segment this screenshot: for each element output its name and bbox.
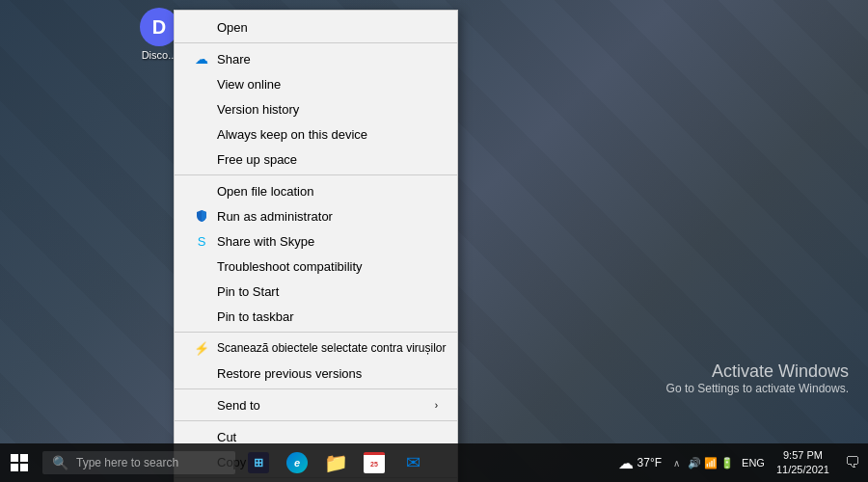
skype-icon: S: [194, 233, 209, 249]
taskbar-icon-mail[interactable]: ✉: [395, 445, 430, 480]
always-keep-icon: [194, 126, 209, 142]
menu-item-pin-start[interactable]: Pin to Start: [175, 279, 457, 304]
tray-time: 9:57 PM: [776, 448, 829, 463]
troubleshoot-icon: [194, 258, 209, 274]
activate-windows-title: Activate Windows: [666, 362, 849, 382]
file-location-icon: [194, 183, 209, 199]
vm-icon: ⊞: [248, 452, 269, 473]
taskbar-search-text: Type here to search: [76, 456, 178, 469]
volume-icon: 📶: [704, 457, 718, 469]
cloud-icon: ☁: [194, 51, 209, 67]
menu-item-always-keep[interactable]: Always keep on this device: [175, 121, 457, 147]
taskbar-icon-edge[interactable]: e: [280, 445, 314, 480]
taskbar-search-box[interactable]: 🔍 Type here to search: [42, 451, 235, 474]
tray-weather[interactable]: ☁ 37°F: [610, 454, 669, 472]
system-tray: ☁ 37°F ∧ 🔊 📶 🔋 ENG 9:57 PM 11/25/2021 🗨: [610, 443, 868, 482]
wifi-icon: 🔋: [720, 457, 734, 469]
network-icon: 🔊: [688, 457, 701, 469]
weather-temp: 37°F: [637, 456, 662, 469]
menu-item-restore-versions[interactable]: Restore previous versions: [175, 361, 457, 386]
start-button[interactable]: [0, 443, 39, 482]
menu-divider-5: [175, 420, 457, 421]
menu-item-open-file-location[interactable]: Open file location: [175, 178, 457, 203]
tray-expand-icon[interactable]: ∧: [669, 458, 684, 469]
notification-center-button[interactable]: 🗨: [837, 443, 868, 482]
tray-clock[interactable]: 9:57 PM 11/25/2021: [769, 448, 837, 478]
menu-item-pin-taskbar[interactable]: Pin to taskbar: [175, 304, 457, 329]
activate-windows-subtitle: Go to Settings to activate Windows.: [666, 382, 849, 395]
taskbar-app-icons: ⊞ e 📁 25 ✉: [241, 445, 430, 480]
tray-language: ENG: [738, 457, 769, 469]
view-online-icon: [194, 76, 209, 92]
windows-logo-icon: [11, 454, 28, 471]
menu-divider-3: [175, 332, 457, 333]
edge-icon: e: [286, 452, 308, 473]
activate-windows-watermark: Activate Windows Go to Settings to activ…: [666, 362, 849, 395]
open-icon: [194, 19, 209, 35]
taskbar-icon-folder[interactable]: 📁: [318, 445, 353, 480]
notification-icon: 🗨: [845, 454, 860, 471]
mail-icon: ✉: [406, 452, 420, 473]
menu-item-open[interactable]: Open: [175, 14, 457, 40]
cut-icon: [194, 429, 209, 444]
taskbar-icon-calendar[interactable]: 25: [357, 445, 392, 480]
menu-item-share-skype[interactable]: S Share with Skype: [175, 228, 457, 254]
menu-item-free-up-space[interactable]: Free up space: [175, 147, 457, 172]
menu-item-view-online[interactable]: View online: [175, 71, 457, 96]
avast-icon: ⚡: [194, 340, 209, 356]
free-up-icon: [194, 151, 209, 167]
context-menu: Open ☁ Share View online Version history…: [174, 10, 458, 482]
discord-icon: D: [140, 8, 178, 46]
menu-divider-2: [175, 174, 457, 175]
menu-item-run-as-admin[interactable]: Run as administrator: [175, 203, 457, 228]
menu-item-scan-avast[interactable]: ⚡ Scaneazã obiectele selectate contra vi…: [175, 335, 457, 361]
menu-divider-4: [175, 388, 457, 389]
weather-icon: ☁: [618, 454, 634, 472]
menu-item-send-to[interactable]: Send to ›: [175, 392, 457, 417]
tray-date: 11/25/2021: [776, 463, 829, 477]
folder-icon: 📁: [324, 451, 348, 474]
desktop: D Disco... Open ☁ Share View online Vers…: [0, 0, 868, 482]
menu-item-share[interactable]: ☁ Share: [175, 46, 457, 71]
send-to-arrow: ›: [435, 400, 438, 411]
pin-taskbar-icon: [194, 308, 209, 324]
send-to-icon: [194, 397, 209, 413]
menu-item-troubleshoot[interactable]: Troubleshoot compatibility: [175, 254, 457, 279]
pin-start-icon: [194, 283, 209, 299]
menu-divider-1: [175, 42, 457, 43]
tray-network-icons: 🔊 📶 🔋: [684, 457, 738, 469]
menu-item-version-history[interactable]: Version history: [175, 96, 457, 121]
taskbar: 🔍 Type here to search ⊞ e 📁 25 ✉: [0, 443, 868, 482]
restore-icon: [194, 365, 209, 381]
shield-uac-icon: [194, 208, 209, 224]
taskbar-icon-vm[interactable]: ⊞: [241, 445, 276, 480]
taskbar-search-icon: 🔍: [52, 455, 68, 470]
calendar-icon: 25: [364, 452, 385, 473]
version-history-icon: [194, 101, 209, 117]
discord-icon-label: Disco...: [142, 49, 177, 61]
